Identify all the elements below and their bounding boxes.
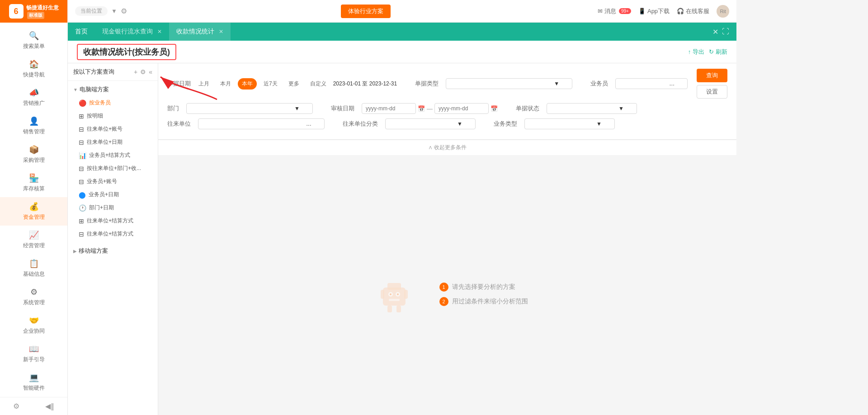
date-options-row: 上月 本月 本年 近7天 更多 自定义 2023-01-01 至 2023-12… (194, 78, 397, 90)
store-icon: 🏪 (29, 173, 39, 183)
salesperson-select[interactable]: … (615, 78, 688, 89)
top-header: 当前位置 ▼ ⚙ 体验行业方案 ✉ 消息 99+ 📱 App下载 (68, 0, 736, 23)
mobile-group-header[interactable]: ▶ 移动端方案 (68, 244, 158, 258)
query-button[interactable]: 查询 (697, 69, 727, 82)
tab-close-bank-flow[interactable]: ✕ (157, 28, 162, 35)
dept-date-icon: 🕐 (79, 204, 86, 212)
page-actions: ↑ 导出 ↻ 刷新 (688, 48, 728, 56)
settings-icon[interactable]: ⚙ (121, 7, 127, 15)
sidebar-item-marketing[interactable]: 📣 营销推广 (0, 83, 67, 112)
tab-fullscreen[interactable]: ⛶ (722, 28, 729, 36)
sidebar-collapse-btn[interactable]: ◀‖ (45, 402, 54, 410)
scheme-button[interactable]: 体验行业方案 (341, 5, 391, 18)
tab-home[interactable]: 首页 (68, 23, 95, 41)
hint-area: 1 请先选择要分析的方案 2 用过滤条件来缩小分析范围 (367, 267, 528, 321)
sidebar-item-operations[interactable]: 📈 经营管理 (0, 226, 67, 254)
date-btn-last-month[interactable]: 上月 (194, 78, 213, 90)
sidebar-item-base-info[interactable]: 📋 基础信息 (0, 254, 67, 283)
scheme-settings-btn[interactable]: ⚙ (140, 68, 146, 75)
sidebar-item-system[interactable]: ⚙ 系统管理 (0, 283, 67, 311)
main-area: 当前位置 ▼ ⚙ 体验行业方案 ✉ 消息 99+ 📱 App下载 (68, 0, 736, 415)
sidebar: 6 畅捷通好生意 标准版 🔍 搜索菜单 🏠 快捷导航 📣 营销推广 👤 (0, 0, 68, 415)
date-btn-custom[interactable]: 自定义 (306, 78, 330, 90)
refresh-button[interactable]: ↻ 刷新 (709, 48, 727, 56)
scheme-salesperson-settlement[interactable]: 📊 业务员+结算方式 (68, 149, 158, 162)
filter-business-type: 业务类型 ▼ (494, 118, 615, 129)
sidebar-settings-btn[interactable]: ⚙ (13, 402, 19, 410)
online-service-item[interactable]: 🎧 在线客服 (677, 7, 709, 15)
hint-item-2: 2 用过滤条件来缩小分析范围 (439, 297, 528, 306)
tab-close-collection-stat[interactable]: ✕ (219, 28, 223, 35)
top-right: ✉ 消息 99+ 📱 App下载 🎧 在线客服 Rit (598, 5, 729, 18)
export-button[interactable]: ↑ 导出 (688, 48, 705, 56)
scheme-partner-settlement2[interactable]: ⊟ 往来单位+结算方式 (68, 227, 158, 241)
partner-account-icon: ⊟ (79, 126, 84, 133)
document-type-select[interactable]: ▼ (446, 78, 572, 89)
scheme-partner-date[interactable]: ⊟ 往来单位+日期 (68, 136, 158, 149)
panel-collapse-btn[interactable]: « (149, 68, 152, 75)
scheme-salesperson-date[interactable]: ⬤ 业务员+日期 (68, 188, 158, 201)
sidebar-item-guide[interactable]: 📖 新手引导 (0, 340, 67, 368)
panel-header-actions: + ⚙ « (134, 68, 152, 75)
body-area: 按以下方案查询 + ⚙ « ▼ 电脑端方案 🔴 (68, 63, 736, 415)
filter-partner: 往来单位 … (167, 118, 325, 129)
document-status-select[interactable]: ▼ (547, 103, 637, 114)
add-scheme-btn[interactable]: + (134, 68, 137, 75)
mobile-scheme-group: ▶ 移动端方案 (68, 242, 158, 259)
filter-actions: 查询 设置 (697, 69, 727, 99)
top-left: 当前位置 ▼ ⚙ (75, 6, 127, 16)
sidebar-item-enterprise[interactable]: 🤝 企业协同 (0, 311, 67, 340)
sidebar-item-search-menu[interactable]: 🔍 搜索菜单 (0, 26, 67, 55)
scheme-partner-dept-collection[interactable]: ⊟ 按往来单位+部门+收... (68, 162, 158, 175)
partner-settlement2-icon: ⊟ (79, 231, 84, 238)
scheme-salesperson-account[interactable]: ⊟ 业务员+账号 (68, 175, 158, 188)
desktop-scheme-group: ▼ 电脑端方案 🔴 按业务员 ⊞ 按明细 ⊟ (68, 81, 158, 242)
partner-select[interactable]: … (198, 118, 325, 129)
date-btn-this-year[interactable]: 本年 (238, 78, 257, 90)
scheme-by-salesperson[interactable]: 🔴 按业务员 (68, 96, 158, 109)
date-range-display: 2023-01-01 至 2023-12-31 (333, 80, 397, 88)
tab-close-all[interactable]: ✕ (712, 28, 718, 36)
department-select[interactable]: ▼ (186, 103, 313, 114)
gear-icon: ⚙ (30, 287, 38, 297)
message-icon: ✉ (598, 8, 603, 14)
sidebar-item-smart-hardware[interactable]: 💻 智能硬件 (0, 368, 67, 396)
review-date-end[interactable] (434, 103, 489, 114)
sidebar-item-finance[interactable]: 💰 资金管理 (0, 197, 67, 226)
breadcrumb: 当前位置 (75, 6, 108, 16)
review-date-start[interactable] (362, 103, 416, 114)
box-icon: 📦 (29, 145, 39, 155)
calendar-icon-start: 📅 (418, 105, 425, 112)
date-btn-this-month[interactable]: 本月 (216, 78, 235, 90)
partner-category-select[interactable]: ▼ (385, 118, 476, 129)
sidebar-item-inventory[interactable]: 🏪 库存核算 (0, 169, 67, 197)
date-btn-last-7-days[interactable]: 近7天 (259, 78, 282, 90)
messages-item[interactable]: ✉ 消息 99+ (598, 7, 631, 15)
tab-bank-flow[interactable]: 现金银行流水查询 ✕ (95, 23, 169, 41)
scheme-dept-date[interactable]: 🕐 部门+日期 (68, 201, 158, 214)
sales-icon: 👤 (29, 116, 39, 126)
business-type-select[interactable]: ▼ (524, 118, 615, 129)
detail-scheme-icon: ⊞ (79, 113, 84, 120)
date-btn-more[interactable]: 更多 (284, 78, 303, 90)
page-header: 收款情况统计(按业务员) ↑ 导出 ↻ 刷新 (68, 41, 736, 63)
breadcrumb-dropdown[interactable]: ▼ (111, 8, 117, 14)
scheme-partner-account[interactable]: ⊟ 往来单位+账号 (68, 123, 158, 136)
tab-collection-stat[interactable]: 收款情况统计 ✕ (169, 23, 231, 41)
sidebar-item-sales[interactable]: 👤 销售管理 (0, 112, 67, 140)
mobile-group-arrow: ▶ (73, 249, 77, 254)
app-download-item[interactable]: 📱 App下载 (638, 7, 670, 15)
collapse-more-conditions[interactable]: ∧ 收起更多条件 (158, 140, 736, 155)
svg-rect-1 (387, 283, 401, 290)
filter-setting-button[interactable]: 设置 (697, 85, 727, 99)
sidebar-item-quick-nav[interactable]: 🏠 快捷导航 (0, 55, 67, 83)
scheme-partner-settlement1[interactable]: ⊞ 往来单位+结算方式 (68, 214, 158, 227)
filter-salesperson: 业务员 … (590, 78, 688, 89)
scheme-by-detail[interactable]: ⊞ 按明细 (68, 109, 158, 123)
content-hints: 1 请先选择要分析的方案 2 用过滤条件来缩小分析范围 (439, 283, 528, 306)
finance-icon: 💰 (29, 202, 39, 212)
user-avatar[interactable]: Rit (717, 5, 729, 18)
desktop-group-header[interactable]: ▼ 电脑端方案 (68, 83, 158, 96)
handshake-icon: 🤝 (29, 316, 39, 325)
sidebar-item-purchase[interactable]: 📦 采购管理 (0, 140, 67, 169)
